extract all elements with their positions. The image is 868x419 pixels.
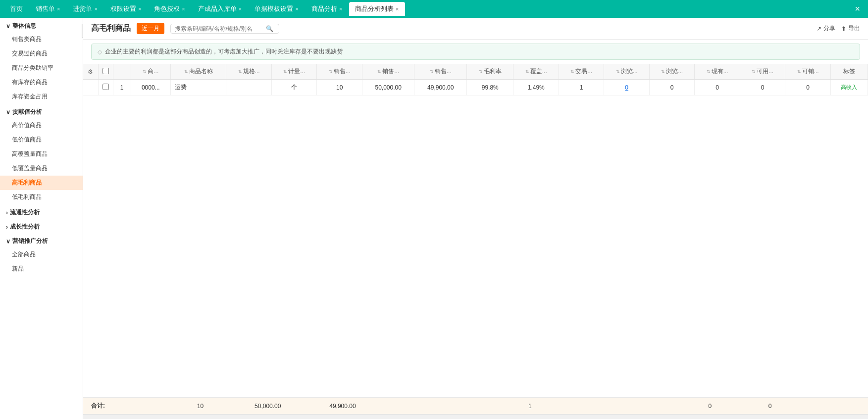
sort-icon: ⇅ [184,69,188,74]
nav-tab[interactable]: 产成品入库单 × [192,2,248,16]
column-header[interactable]: ⇅现有... [695,64,740,80]
top-navigation: 首页销售单 ×进货单 ×权限设置 ×角色授权 ×产成品入库单 ×单据模板设置 ×… [0,0,868,18]
sidebar-item[interactable]: 库存资金占用 [0,90,83,104]
export-icon: ⬆ [841,25,846,32]
nav-tab[interactable]: 进货单 × [67,2,103,16]
tab-close-icon[interactable]: × [57,6,60,12]
sort-icon: ⇅ [797,69,801,74]
column-header-settings[interactable]: ⚙ [83,64,98,80]
section-label: 贡献值分析 [12,108,42,116]
tab-close-icon[interactable]: × [339,6,342,12]
column-header[interactable]: ⇅覆盖... [513,64,559,80]
sidebar-item[interactable]: 低毛利商品 [0,190,83,204]
info-icon: ◇ [98,48,102,55]
nav-tab[interactable]: 商品分析列表 × [349,2,405,16]
column-header[interactable]: ⇅毛利率 [467,64,513,80]
tab-close-icon[interactable]: × [182,6,185,12]
tab-close-icon[interactable]: × [138,6,141,12]
nav-tab[interactable]: 首页 [4,2,29,16]
content-area: 高毛利商品 近一月 🔍 ↗ 分享 ⬆ 导出 ◇ 企业的主要的利润都是这部分商品创… [83,18,868,419]
row-sales1: 10 [317,80,362,95]
sidebar-item[interactable]: 低覆盖量商品 [0,161,83,176]
nav-tab[interactable]: 销售单 × [30,2,66,16]
section-arrow-icon: › [6,224,8,231]
sort-icon: ⇅ [752,69,756,74]
tab-close-icon[interactable]: × [295,6,298,12]
search-box: 🔍 [170,24,279,34]
tab-close-icon[interactable]: × [94,6,97,12]
sidebar-item[interactable]: 高覆盖量商品 [0,147,83,161]
column-header[interactable]: ⇅销售... [362,64,414,80]
horizontal-scrollbar[interactable] [83,414,868,419]
column-header[interactable]: ⇅商品名称 [171,64,226,80]
table-row: 10000...运费个1050,000.0049,900.0099.8%1.49… [83,80,868,95]
share-icon: ↗ [817,25,821,32]
column-header[interactable]: ⇅可用... [740,64,785,80]
settings-icon[interactable]: ⚙ [88,68,93,75]
nav-tab[interactable]: 商品分析 × [306,2,348,16]
sidebar-item[interactable]: 高毛利商品 [0,176,83,190]
section-label: 整体信息 [12,22,36,30]
column-header[interactable]: ⇅浏览... [649,64,694,80]
row-current: 0 [695,80,740,95]
sidebar-section-header[interactable]: ∨贡献值分析 [0,104,83,118]
share-button[interactable]: ↗ 分享 [817,24,835,33]
sidebar-section-header[interactable]: ∨营销推广分析 [0,233,83,247]
sidebar-item[interactable]: 新品 [0,262,83,276]
sidebar-item[interactable]: 销售类商品 [0,32,83,47]
row-coverage: 1.49% [513,80,559,95]
tab-close-icon[interactable]: × [239,6,242,12]
row-unit: 个 [271,80,316,95]
nav-tab[interactable]: 单据模板设置 × [249,2,304,16]
sidebar-item[interactable]: 全部商品 [0,247,83,262]
sidebar-section-header[interactable]: ∨整体信息 [0,18,83,32]
column-header-checkbox[interactable] [98,64,113,80]
footer-spacer2 [455,403,485,410]
row-checkbox[interactable] [98,80,113,95]
sort-icon: ⇅ [143,69,147,74]
row-browse1[interactable]: 0 [604,80,649,95]
sidebar-section-header[interactable]: ›成长性分析 [0,219,83,233]
search-input[interactable] [175,25,264,32]
close-window-button[interactable]: × [851,4,864,14]
sidebar-item[interactable]: 有库存的商品 [0,75,83,90]
column-header[interactable]: ⇅浏览... [604,64,649,80]
sort-icon: ⇅ [525,69,529,74]
nav-tab[interactable]: 角色授权 × [148,2,191,16]
sidebar-item[interactable]: 交易过的商品 [0,47,83,61]
sidebar-section-header[interactable]: ›流通性分析 [0,204,83,219]
data-table: ⚙⇅商...⇅商品名称⇅规格...⇅计量...⇅销售...⇅销售...⇅销售..… [83,64,868,95]
search-icon[interactable]: 🔍 [266,25,273,32]
sidebar-collapse-button[interactable]: « [82,24,83,38]
header-actions: ↗ 分享 ⬆ 导出 [817,24,860,33]
info-banner: ◇ 企业的主要的利润都是这部分商品创造的，可考虑加大推广，同时关注库存是不要出现… [91,44,860,60]
footer-current: 0 [695,403,725,410]
section-arrow-icon: ∨ [6,238,10,245]
column-header: 标签 [830,64,868,80]
column-header[interactable]: ⇅计量... [271,64,316,80]
filter-recent-month-button[interactable]: 近一月 [137,23,164,34]
content-header: 高毛利商品 近一月 🔍 ↗ 分享 ⬆ 导出 [83,18,868,40]
sidebar-item[interactable]: 商品分类助销率 [0,61,83,75]
export-button[interactable]: ⬆ 导出 [841,24,860,33]
section-arrow-icon: ∨ [6,23,10,30]
nav-tab[interactable]: 权限设置 × [104,2,147,16]
column-header-num [113,64,131,80]
tab-close-icon[interactable]: × [396,6,399,12]
page-title: 高毛利商品 [91,23,131,34]
column-header[interactable]: ⇅销售... [317,64,362,80]
sidebar-item[interactable]: 高价值商品 [0,118,83,133]
sort-icon: ⇅ [707,69,711,74]
column-header[interactable]: ⇅交易... [559,64,604,80]
footer-label: 合计: [91,402,170,410]
sidebar-item[interactable]: 低价值商品 [0,133,83,147]
row-gross-rate: 99.8% [467,80,513,95]
column-header[interactable]: ⇅销售... [414,64,467,80]
section-arrow-icon: ∨ [6,109,10,116]
column-header[interactable]: ⇅可销... [785,64,830,80]
column-header[interactable]: ⇅商... [131,64,171,80]
row-code: 0000... [131,80,171,95]
select-all-checkbox[interactable] [102,68,109,74]
footer-sales2: 50,000.00 [246,403,290,410]
column-header[interactable]: ⇅规格... [226,64,271,80]
